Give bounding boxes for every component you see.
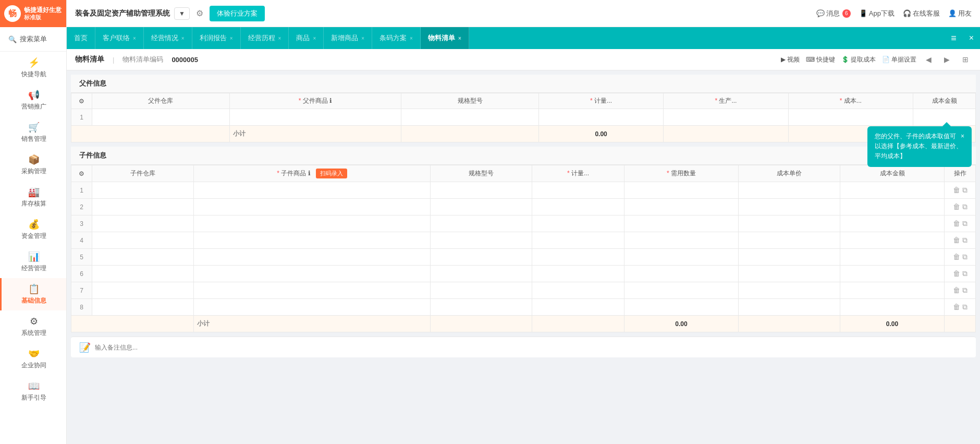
child-spec-6[interactable]	[430, 266, 532, 282]
child-unit-3[interactable]	[532, 215, 624, 232]
child-unit-8[interactable]	[532, 299, 624, 316]
child-unit-price-8[interactable]	[739, 299, 840, 316]
copy-icon-5[interactable]: ⧉	[962, 253, 967, 261]
child-warehouse-6[interactable]	[92, 266, 194, 282]
nav-prev-button[interactable]: ◀	[923, 54, 935, 65]
child-spec-3[interactable]	[430, 215, 532, 232]
child-unit-4[interactable]	[532, 232, 624, 249]
child-unit-price-1[interactable]	[739, 182, 840, 199]
delete-icon-6[interactable]: 🗑	[953, 269, 960, 278]
sidebar-item-sales[interactable]: 🛒 销售管理	[0, 116, 66, 149]
child-qty-1[interactable]	[624, 182, 739, 199]
delete-icon-4[interactable]: 🗑	[953, 236, 960, 244]
sidebar-item-quick-nav[interactable]: ⚡ 快捷导航	[0, 52, 66, 84]
expand-button[interactable]: ⊞	[959, 54, 972, 65]
child-product-3[interactable]	[193, 215, 430, 232]
child-unit-5[interactable]	[532, 249, 624, 266]
settings-button[interactable]: ⚙	[194, 6, 205, 20]
message-button[interactable]: 💬 消息 6	[816, 9, 851, 18]
nav-next-button[interactable]: ▶	[941, 54, 953, 65]
tab-profit-close[interactable]: ×	[230, 35, 233, 41]
tab-products-close[interactable]: ×	[313, 35, 316, 41]
shortcut-button[interactable]: ⌨ 快捷键	[806, 55, 835, 64]
sidebar-item-enterprise[interactable]: 🤝 企业协同	[0, 343, 66, 375]
user-button[interactable]: 👤 用友	[948, 9, 972, 18]
child-unit-price-7[interactable]	[739, 282, 840, 299]
delete-icon-2[interactable]: 🗑	[953, 202, 960, 211]
trial-button[interactable]: 体验行业方案	[210, 6, 265, 21]
delete-icon-1[interactable]: 🗑	[953, 186, 960, 194]
child-unit-6[interactable]	[532, 266, 624, 282]
child-unit-2[interactable]	[532, 199, 624, 215]
child-qty-8[interactable]	[624, 299, 739, 316]
child-qty-7[interactable]	[624, 282, 739, 299]
parent-unit-1[interactable]	[538, 109, 663, 126]
child-spec-8[interactable]	[430, 299, 532, 316]
tab-home[interactable]: 首页	[67, 27, 95, 49]
tab-history[interactable]: 经营历程 ×	[241, 27, 289, 49]
child-unit-price-6[interactable]	[739, 266, 840, 282]
tab-customers[interactable]: 客户联络 ×	[95, 27, 144, 49]
copy-icon-3[interactable]: ⧉	[962, 219, 967, 227]
child-unit-price-3[interactable]	[739, 215, 840, 232]
tab-products[interactable]: 商品 ×	[289, 27, 324, 49]
tab-operations-close[interactable]: ×	[181, 35, 185, 41]
child-spec-1[interactable]	[430, 182, 532, 199]
app-download-button[interactable]: 📱 App下载	[859, 9, 895, 18]
view-button[interactable]: ▶ 视频	[781, 55, 800, 64]
child-product-7[interactable]	[193, 282, 430, 299]
get-cost-button[interactable]: 💲 提取成本	[841, 55, 876, 64]
child-warehouse-5[interactable]	[92, 249, 194, 266]
child-unit-7[interactable]	[532, 282, 624, 299]
tab-new-product-close[interactable]: ×	[361, 35, 364, 41]
child-warehouse-2[interactable]	[92, 199, 194, 215]
child-col-settings[interactable]: ⚙	[71, 165, 92, 182]
sidebar-item-guide[interactable]: 📖 新手引导	[0, 375, 66, 407]
child-product-6[interactable]	[193, 266, 430, 282]
scan-input-button[interactable]: 扫码录入	[316, 169, 347, 178]
search-menu-button[interactable]: 🔍 搜索菜单	[4, 31, 62, 47]
delete-icon-3[interactable]: 🗑	[953, 219, 960, 227]
parent-spec-1[interactable]	[401, 109, 539, 126]
child-warehouse-7[interactable]	[92, 282, 194, 299]
sidebar-item-system[interactable]: ⚙ 系统管理	[0, 310, 66, 343]
child-unit-price-5[interactable]	[739, 249, 840, 266]
delete-icon-7[interactable]: 🗑	[953, 286, 960, 294]
child-warehouse-4[interactable]	[92, 232, 194, 249]
sidebar-item-finance[interactable]: 💰 资金管理	[0, 213, 66, 246]
copy-icon-4[interactable]: ⧉	[962, 236, 967, 244]
copy-icon-8[interactable]: ⧉	[962, 303, 967, 311]
sidebar-item-marketing[interactable]: 📢 营销推广	[0, 84, 66, 116]
parent-product-1[interactable]	[229, 109, 401, 126]
child-qty-3[interactable]	[624, 215, 739, 232]
parent-col-settings[interactable]: ⚙	[71, 93, 92, 109]
tooltip-close-button[interactable]: ×	[961, 131, 964, 141]
child-qty-6[interactable]	[624, 266, 739, 282]
tab-barcode[interactable]: 条码方案 ×	[372, 27, 421, 49]
child-unit-price-2[interactable]	[739, 199, 840, 215]
parent-production-1[interactable]	[664, 109, 788, 126]
copy-icon-6[interactable]: ⧉	[962, 269, 967, 278]
copy-icon-2[interactable]: ⧉	[962, 202, 967, 211]
sidebar-item-purchase[interactable]: 📦 采购管理	[0, 149, 66, 181]
delete-icon-5[interactable]: 🗑	[953, 253, 960, 261]
sidebar-item-inventory[interactable]: 🏭 库存核算	[0, 181, 66, 213]
delete-icon-8[interactable]: 🗑	[953, 303, 960, 311]
tab-new-product[interactable]: 新增商品 ×	[324, 27, 372, 49]
child-product-5[interactable]	[193, 249, 430, 266]
parent-cost-1[interactable]	[788, 109, 913, 126]
online-support-button[interactable]: 🎧 在线客服	[903, 9, 940, 18]
child-spec-4[interactable]	[430, 232, 532, 249]
tab-operations-status[interactable]: 经营情况 ×	[144, 27, 192, 49]
child-unit-price-4[interactable]	[739, 232, 840, 249]
note-input[interactable]	[95, 344, 967, 351]
child-product-1[interactable]	[193, 182, 430, 199]
tab-bom-close[interactable]: ×	[458, 35, 461, 41]
child-spec-7[interactable]	[430, 282, 532, 299]
tab-barcode-close[interactable]: ×	[410, 35, 413, 41]
tab-history-close[interactable]: ×	[278, 35, 281, 41]
tab-customers-close[interactable]: ×	[133, 35, 136, 41]
child-qty-2[interactable]	[624, 199, 739, 215]
child-qty-5[interactable]	[624, 249, 739, 266]
child-spec-2[interactable]	[430, 199, 532, 215]
